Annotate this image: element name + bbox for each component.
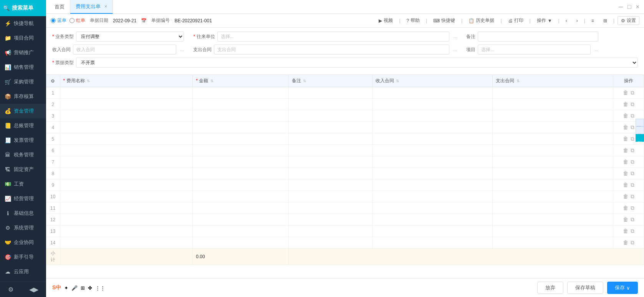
row-expense-name[interactable] [60, 145, 193, 156]
delete-icon[interactable]: 🗑 [623, 113, 628, 119]
calendar-icon[interactable]: 📅 [141, 18, 147, 23]
window-minimize[interactable]: ─ [617, 3, 624, 11]
copy-icon[interactable]: ⧉ [631, 147, 634, 154]
row-income-contract[interactable] [372, 122, 493, 133]
delete-icon[interactable]: 🗑 [623, 147, 628, 154]
row-remark[interactable] [288, 99, 372, 110]
row-remark[interactable] [288, 110, 372, 122]
radio-blue[interactable]: 蓝单 [51, 17, 66, 24]
sidebar-item-purchase-mgmt[interactable]: 🛒 采购管理 [0, 75, 46, 89]
row-income-contract[interactable] [372, 202, 493, 214]
delete-icon[interactable]: 🗑 [623, 239, 628, 246]
copy-icon[interactable]: ⧉ [631, 239, 634, 246]
expense-ellipsis[interactable]: ... [453, 47, 457, 52]
row-expense-contract[interactable] [493, 110, 613, 122]
business-type-select[interactable]: 应付调整 [76, 32, 184, 41]
copy-icon[interactable]: ⧉ [631, 170, 634, 177]
income-ellipsis[interactable]: ... [180, 47, 184, 52]
row-expense-contract[interactable] [493, 168, 613, 179]
sidebar-item-sales-mgmt[interactable]: 📊 销售管理 [0, 60, 46, 75]
row-amount[interactable] [193, 191, 289, 202]
row-amount[interactable] [193, 202, 289, 214]
row-expense-name[interactable] [60, 179, 193, 191]
sidebar-search[interactable]: 🔍 搜索菜单 [0, 0, 46, 16]
row-income-contract[interactable] [372, 237, 493, 249]
footer-icon-1[interactable]: ✦ [64, 285, 68, 291]
row-expense-contract[interactable] [493, 237, 613, 249]
tab-home[interactable]: 首页 [49, 0, 70, 14]
copy-icon[interactable]: ⧉ [631, 193, 634, 200]
row-amount[interactable] [193, 156, 289, 168]
row-expense-name[interactable] [60, 156, 193, 168]
row-expense-name[interactable] [60, 191, 193, 202]
save-button[interactable]: 保存 ∨ [607, 282, 638, 294]
row-expense-name[interactable] [60, 226, 193, 237]
row-expense-contract[interactable] [493, 179, 613, 191]
row-income-contract[interactable] [372, 110, 493, 122]
row-expense-contract[interactable] [493, 214, 613, 226]
row-expense-contract[interactable] [493, 122, 613, 133]
video-btn[interactable]: ▶ 视频 [376, 17, 396, 25]
row-expense-name[interactable] [60, 133, 193, 145]
sidebar-item-sys-mgmt[interactable]: ⚙ 系统管理 [0, 221, 46, 235]
sticky-btn-3[interactable]: 侧 [636, 134, 644, 142]
sidebar-item-project-contract[interactable]: 📁 项目合同 [0, 31, 46, 45]
sidebar-item-tax-mgmt[interactable]: 🏛 税务管理 [0, 148, 46, 162]
invoice-type-select[interactable]: 不开票 [76, 58, 638, 68]
sticky-btn-1[interactable]: 附 [636, 119, 644, 126]
row-income-contract[interactable] [372, 226, 493, 237]
copy-icon[interactable]: ⧉ [631, 124, 634, 131]
sidebar-item-quick-nav[interactable]: ⚡ 快捷导航 [0, 16, 46, 31]
copy-icon[interactable]: ⧉ [631, 182, 634, 188]
copy-icon[interactable]: ⧉ [631, 136, 634, 142]
row-amount[interactable] [193, 99, 289, 110]
delete-icon[interactable]: 🗑 [623, 205, 628, 211]
delete-icon[interactable]: 🗑 [623, 159, 628, 165]
row-expense-contract[interactable] [493, 99, 613, 110]
row-remark[interactable] [288, 214, 372, 226]
row-remark[interactable] [288, 168, 372, 179]
discard-button[interactable]: 放弃 [537, 282, 563, 294]
row-remark[interactable] [288, 237, 372, 249]
row-amount[interactable] [193, 122, 289, 133]
copy-icon[interactable]: ⧉ [631, 101, 634, 108]
sidebar-item-cloud-apps[interactable]: ☁ 云应用 [0, 264, 46, 279]
copy-icon[interactable]: ⧉ [631, 228, 634, 234]
row-income-contract[interactable] [372, 156, 493, 168]
row-expense-contract[interactable] [493, 191, 613, 202]
row-remark[interactable] [288, 179, 372, 191]
sidebar-item-basic-info[interactable]: ℹ 基础信息 [0, 206, 46, 221]
row-amount[interactable] [193, 214, 289, 226]
project-ellipsis[interactable]: ... [594, 47, 598, 52]
delete-icon[interactable]: 🗑 [623, 136, 628, 142]
row-remark[interactable] [288, 202, 372, 214]
copy-icon[interactable]: ⧉ [631, 90, 634, 96]
save-draft-button[interactable]: 保存草稿 [567, 282, 603, 294]
row-expense-name[interactable] [60, 214, 193, 226]
delete-icon[interactable]: 🗑 [623, 124, 628, 131]
operation-btn[interactable]: 操作 ▼ [534, 17, 555, 25]
sidebar-item-fixed-assets[interactable]: 🏗 固定资产 [0, 162, 46, 177]
row-expense-contract[interactable] [493, 87, 613, 99]
delete-icon[interactable]: 🗑 [623, 228, 628, 234]
list-view-btn[interactable]: ≡ [588, 17, 597, 24]
footer-icon-4[interactable]: ✤ [88, 285, 92, 291]
sidebar-item-new-guide[interactable]: 🎯 新手引导 [0, 250, 46, 264]
nav-next[interactable]: › [573, 17, 581, 24]
row-expense-name[interactable] [60, 122, 193, 133]
sidebar-item-marketing[interactable]: 📢 营销推广 [0, 45, 46, 60]
expense-contract-input[interactable] [214, 45, 449, 55]
row-expense-name[interactable] [60, 202, 193, 214]
window-maximize[interactable]: □ [626, 3, 633, 11]
delete-icon[interactable]: 🗑 [623, 193, 628, 200]
row-remark[interactable] [288, 145, 372, 156]
footer-icon-2[interactable]: 🎤 [71, 285, 78, 291]
print-btn[interactable]: 🖨 打印 [505, 17, 526, 25]
row-income-contract[interactable] [372, 179, 493, 191]
row-expense-contract[interactable] [493, 145, 613, 156]
sidebar-item-payroll[interactable]: 💵 工资 [0, 177, 46, 191]
radio-blue-input[interactable] [51, 18, 56, 23]
row-amount[interactable] [193, 110, 289, 122]
sticky-btn-2[interactable]: 件 [636, 126, 644, 134]
radio-red[interactable]: 红单 [70, 17, 85, 24]
